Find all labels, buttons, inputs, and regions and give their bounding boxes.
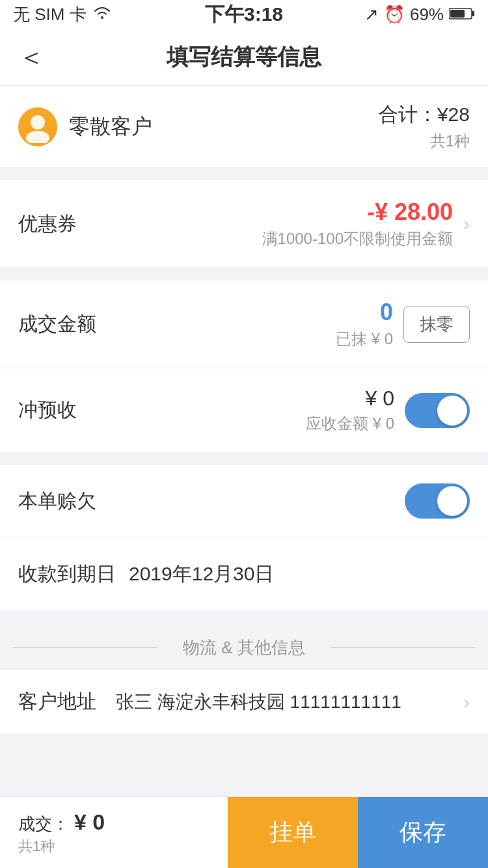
svg-rect-2 bbox=[450, 10, 465, 18]
svg-point-3 bbox=[31, 115, 45, 129]
total-count: 共1种 bbox=[379, 131, 470, 152]
deal-amount-right: 0 已抹 ¥ 0 抹零 bbox=[336, 299, 470, 349]
avatar bbox=[18, 107, 57, 146]
deal-amount-value: 0 bbox=[336, 299, 393, 326]
address-row[interactable]: 客户地址 张三 海淀永丰科技园 11111111111 › bbox=[0, 670, 488, 733]
customer-left: 零散客户 bbox=[18, 107, 152, 146]
bottom-bar: 成交： ¥ 0 共1种 挂单 保存 bbox=[0, 796, 488, 868]
deal-amount-label: 成交金额 bbox=[18, 311, 96, 338]
carrier-text: 无 SIM 卡 bbox=[13, 3, 87, 26]
status-right: ↗ ⏰ 69% bbox=[364, 5, 475, 25]
address-section: 客户地址 张三 海淀永丰科技园 11111111111 › bbox=[0, 670, 488, 733]
customer-row: 零散客户 合计：¥28 共1种 bbox=[0, 86, 488, 167]
coupon-label: 优惠券 bbox=[18, 211, 77, 237]
divider-right bbox=[331, 647, 475, 648]
due-date-value: 2019年12月30日 bbox=[129, 561, 274, 588]
chevron-right-icon: › bbox=[463, 213, 470, 235]
due-date-label: 收款到期日 bbox=[18, 561, 116, 588]
round-button[interactable]: 抹零 bbox=[403, 306, 470, 343]
nav-bar: ＜ 填写结算等信息 bbox=[0, 29, 488, 86]
debt-row: 本单赊欠 bbox=[0, 465, 488, 537]
debt-label: 本单赊欠 bbox=[18, 488, 96, 515]
svg-point-4 bbox=[26, 131, 49, 143]
due-date-row: 收款到期日 2019年12月30日 bbox=[0, 537, 488, 612]
bottom-deal-amount: ¥ 0 bbox=[74, 809, 105, 835]
debt-toggle[interactable] bbox=[405, 483, 470, 519]
deal-section: 成交金额 0 已抹 ¥ 0 抹零 冲预收 ¥ 0 应收金额 ¥ 0 bbox=[0, 280, 488, 452]
prepay-value: ¥ 0 bbox=[306, 387, 394, 411]
save-button[interactable]: 保存 bbox=[358, 797, 488, 869]
status-left: 无 SIM 卡 bbox=[13, 3, 111, 26]
total-amount: 合计：¥28 bbox=[379, 102, 470, 128]
content: 零散客户 合计：¥28 共1种 优惠券 -¥ 28.00 满1000-100不限… bbox=[0, 86, 488, 824]
address-chevron-icon: › bbox=[463, 691, 470, 713]
status-time: 下午3:18 bbox=[205, 1, 283, 28]
coupon-desc: 满1000-100不限制使用金额 bbox=[262, 228, 453, 249]
coupon-row[interactable]: 优惠券 -¥ 28.00 满1000-100不限制使用金额 › bbox=[0, 180, 488, 267]
prepay-label: 冲预收 bbox=[18, 397, 77, 424]
bottom-count: 共1种 bbox=[18, 837, 210, 856]
address-label: 客户地址 bbox=[18, 688, 109, 715]
battery-text: 69% bbox=[410, 5, 444, 25]
customer-name: 零散客户 bbox=[69, 113, 152, 141]
deal-amount-sub: 已抹 ¥ 0 bbox=[336, 329, 393, 349]
svg-rect-1 bbox=[472, 11, 474, 16]
address-value: 张三 海淀永丰科技园 11111111111 bbox=[116, 690, 463, 714]
alarm-icon: ⏰ bbox=[384, 5, 405, 25]
page-title: 填写结算等信息 bbox=[167, 42, 321, 72]
customer-total: 合计：¥28 共1种 bbox=[379, 102, 470, 152]
coupon-section: 优惠券 -¥ 28.00 满1000-100不限制使用金额 › bbox=[0, 180, 488, 267]
logistics-header: 物流 & 其他信息 bbox=[0, 625, 488, 670]
prepay-right: ¥ 0 应收金额 ¥ 0 bbox=[306, 387, 470, 434]
prepay-sub: 应收金额 ¥ 0 bbox=[306, 413, 394, 434]
debt-section: 本单赊欠 收款到期日 2019年12月30日 bbox=[0, 465, 488, 612]
prepay-value-block: ¥ 0 应收金额 ¥ 0 bbox=[306, 387, 394, 434]
hang-button[interactable]: 挂单 bbox=[228, 797, 358, 869]
wifi-icon bbox=[93, 5, 111, 23]
debt-right bbox=[405, 483, 470, 519]
prepay-row: 冲预收 ¥ 0 应收金额 ¥ 0 bbox=[0, 368, 488, 452]
deal-amount-row: 成交金额 0 已抹 ¥ 0 抹零 bbox=[0, 280, 488, 368]
deal-amount-value-block: 0 已抹 ¥ 0 bbox=[336, 299, 393, 349]
coupon-value: -¥ 28.00 满1000-100不限制使用金额 bbox=[262, 198, 453, 249]
location-icon: ↗ bbox=[364, 5, 379, 25]
coupon-amount: -¥ 28.00 bbox=[262, 198, 453, 226]
battery-icon bbox=[449, 5, 475, 25]
bottom-info: 成交： ¥ 0 共1种 bbox=[0, 809, 228, 856]
back-button[interactable]: ＜ bbox=[18, 39, 44, 75]
logistics-title: 物流 & 其他信息 bbox=[183, 636, 305, 659]
bottom-deal-label: 成交： bbox=[18, 813, 69, 835]
prepay-toggle[interactable] bbox=[405, 393, 470, 428]
divider-left bbox=[13, 647, 157, 648]
coupon-right: -¥ 28.00 满1000-100不限制使用金额 › bbox=[262, 198, 470, 249]
status-bar: 无 SIM 卡 下午3:18 ↗ ⏰ 69% bbox=[0, 0, 488, 29]
